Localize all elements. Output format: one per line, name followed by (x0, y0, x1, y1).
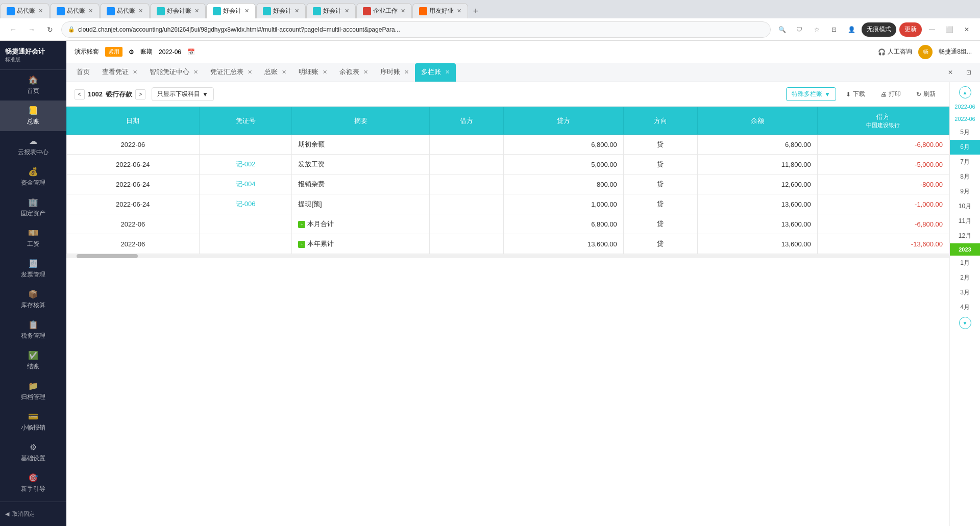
sidebar-item-小畅报销[interactable]: 💳 小畅报销 (0, 407, 66, 437)
update-button[interactable]: 更新 (899, 22, 922, 37)
page-tab-close-1[interactable]: ✕ (133, 69, 137, 76)
tab-close-8[interactable]: ✕ (457, 8, 461, 14)
date-nav-month-6[interactable]: 11月 (950, 214, 980, 229)
date-nav-month-12[interactable]: 4月 (950, 300, 980, 315)
date-nav-month-7[interactable]: 12月 (950, 229, 980, 243)
page-tab-4[interactable]: 总账✕ (258, 63, 292, 82)
sidebar-item-云报表中心[interactable]: ☁ 云报表中心 (0, 131, 66, 162)
browser-tab-0[interactable]: 易代账✕ (0, 3, 50, 18)
scrollbar-thumb[interactable] (77, 254, 138, 258)
date-nav-month-4[interactable]: 9月 (950, 184, 980, 199)
sidebar-item-归档管理[interactable]: 📁 归档管理 (0, 376, 66, 407)
tab-close-1[interactable]: ✕ (88, 8, 93, 14)
tab-close-0[interactable]: ✕ (38, 8, 43, 14)
date-nav-month-0[interactable]: 5月 (950, 125, 980, 140)
page-tab-2[interactable]: 智能凭证中心✕ (143, 63, 204, 82)
cell-voucher-1[interactable]: 记-002 (199, 155, 292, 174)
tab-collapse-icon[interactable]: ✕ (943, 65, 958, 80)
date-nav-month-11[interactable]: 3月 (950, 285, 980, 300)
tab-close-3[interactable]: ✕ (194, 8, 199, 14)
tab-close-4[interactable]: ✕ (244, 8, 249, 14)
tab-close-2[interactable]: ✕ (138, 8, 143, 14)
star-icon[interactable]: ☆ (810, 22, 824, 37)
date-nav-scroll-up[interactable]: ▲ (959, 86, 971, 98)
page-tab-close-2[interactable]: ✕ (193, 69, 198, 76)
page-tab-close-5[interactable]: ✕ (323, 69, 327, 76)
browser-tab-1[interactable]: 易代账✕ (50, 3, 100, 18)
page-tab-close-8[interactable]: ✕ (445, 69, 450, 76)
page-tab-0[interactable]: 首页 (70, 63, 96, 82)
sidebar-item-发票管理[interactable]: 🧾 发票管理 (0, 254, 66, 284)
browser-tab-3[interactable]: 好会计账✕ (150, 3, 206, 18)
filter-dropdown[interactable]: 只显示下级科目 ▼ (152, 87, 214, 101)
date-nav-header-1[interactable]: 2022-06 (950, 113, 980, 125)
page-tab-close-3[interactable]: ✕ (248, 69, 252, 76)
tab-expand-icon[interactable]: ⊡ (962, 65, 976, 80)
refresh-button[interactable]: ↻ 刷新 (911, 87, 941, 101)
sidebar-item-首页[interactable]: 🏠 首页 (0, 70, 66, 101)
date-nav-month-1[interactable]: 6月 (950, 140, 980, 155)
browser-tab-5[interactable]: 好会计✕ (256, 3, 306, 18)
cell-voucher-2[interactable]: 记-004 (199, 174, 292, 194)
address-bar[interactable]: 🔒 cloud2.chanjet.com/accounting/uh26t264… (61, 21, 771, 38)
tab-close-6[interactable]: ✕ (345, 8, 349, 14)
cell-voucher-3[interactable]: 记-006 (199, 194, 292, 214)
date-nav-scroll-down[interactable]: ▼ (959, 317, 971, 329)
reload-button[interactable]: ↻ (43, 22, 57, 37)
date-nav-header-0[interactable]: 2022-06 (950, 101, 980, 113)
screen-extend-icon[interactable]: ⊡ (827, 22, 841, 37)
forward-button[interactable]: → (24, 22, 39, 37)
page-tab-6[interactable]: 余额表✕ (333, 63, 374, 82)
sidebar-item-库存核算[interactable]: 📦 库存核算 (0, 284, 66, 315)
browser-tab-8[interactable]: 用友好业✕ (412, 3, 468, 18)
shield-icon[interactable]: 🛡 (792, 22, 806, 37)
ledger-table-wrap[interactable]: 日期 凭证号 摘要 借方 贷方 方向 余额 借方 中国建设银行 (66, 107, 949, 526)
page-tab-1[interactable]: 查看凭证✕ (96, 63, 143, 82)
page-tab-7[interactable]: 序时账✕ (374, 63, 415, 82)
print-button[interactable]: 🖨 打印 (875, 87, 906, 101)
date-nav-month-3[interactable]: 8月 (950, 169, 980, 184)
page-tab-5[interactable]: 明细账✕ (292, 63, 333, 82)
voucher-link-1[interactable]: 记-002 (236, 160, 256, 168)
sidebar-item-固定资产[interactable]: 🏢 固定资产 (0, 192, 66, 223)
wuhen-mode[interactable]: 无痕模式 (862, 22, 896, 37)
search-icon[interactable]: 🔍 (775, 22, 789, 37)
sidebar-item-工资[interactable]: 💴 工资 (0, 223, 66, 254)
add-tab-button[interactable]: + (469, 4, 483, 18)
sidebar-item-基础设置[interactable]: ⚙ 基础设置 (0, 437, 66, 468)
prev-account-button[interactable]: < (75, 89, 85, 99)
page-tab-8[interactable]: 多栏账✕ (415, 63, 456, 82)
page-tab-3[interactable]: 凭证汇总表✕ (204, 63, 258, 82)
calendar-icon[interactable]: 📅 (187, 48, 195, 56)
settings-icon[interactable]: ⚙ (129, 48, 134, 56)
browser-tab-6[interactable]: 好会计✕ (306, 3, 356, 18)
date-nav-month-2[interactable]: 7月 (950, 155, 980, 169)
sidebar-item-资金管理[interactable]: 💰 资金管理 (0, 162, 66, 192)
close-icon[interactable]: ✕ (960, 22, 974, 37)
tab-close-7[interactable]: ✕ (401, 8, 405, 14)
browser-tab-4[interactable]: 好会计✕ (206, 3, 256, 18)
browser-tab-7[interactable]: 企业工作✕ (356, 3, 412, 18)
voucher-link-3[interactable]: 记-006 (236, 200, 256, 208)
sidebar-item-税务管理[interactable]: 📋 税务管理 (0, 315, 66, 345)
unpin-button[interactable]: ◀ 取消固定 (3, 507, 63, 521)
voucher-link-2[interactable]: 记-004 (236, 180, 256, 188)
date-nav-month-10[interactable]: 2月 (950, 270, 980, 285)
page-tab-close-4[interactable]: ✕ (282, 69, 286, 76)
multi-col-button[interactable]: 特殊多栏账 ▼ (786, 87, 836, 101)
download-button[interactable]: ⬇ 下载 (840, 87, 871, 101)
sidebar-item-结账[interactable]: ✅ 结账 (0, 345, 66, 376)
profile-icon[interactable]: 👤 (844, 22, 859, 37)
page-tab-close-7[interactable]: ✕ (404, 69, 409, 76)
date-nav-month-8[interactable]: 2023 (950, 243, 980, 256)
help-button[interactable]: 🎧 人工咨询 (878, 47, 912, 56)
date-nav-month-5[interactable]: 10月 (950, 199, 980, 214)
date-nav-month-9[interactable]: 1月 (950, 256, 980, 270)
tab-close-5[interactable]: ✕ (295, 8, 299, 14)
page-tab-close-6[interactable]: ✕ (363, 69, 368, 76)
minimize-icon[interactable]: — (925, 22, 939, 37)
sidebar-item-新手引导[interactable]: 🎯 新手引导 (0, 468, 66, 498)
scrollbar-track[interactable] (66, 254, 949, 258)
sidebar-item-总账[interactable]: 📒 总账 (0, 101, 66, 131)
browser-tab-2[interactable]: 易代账✕ (100, 3, 150, 18)
